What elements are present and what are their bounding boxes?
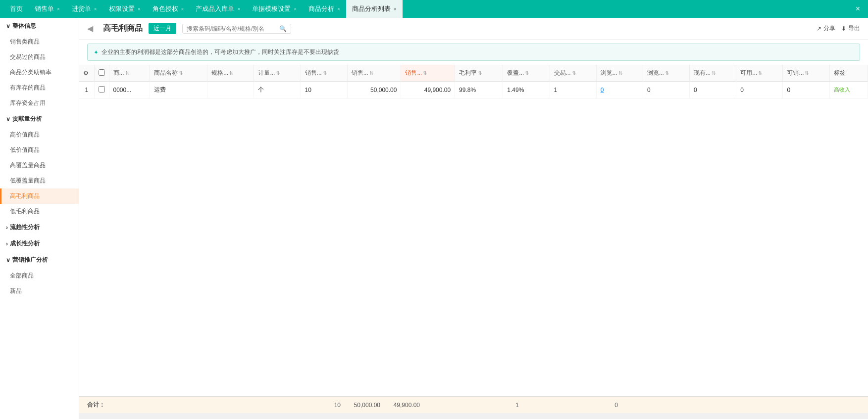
- search-box[interactable]: 🔍: [182, 24, 291, 34]
- col-unit-header[interactable]: 计量... ⇅: [254, 65, 301, 82]
- search-input[interactable]: [187, 25, 279, 32]
- sort-unit-icon[interactable]: ⇅: [276, 70, 280, 76]
- row-select-checkbox[interactable]: [99, 86, 105, 93]
- nav-tab-purchase[interactable]: 进货单 ×: [66, 0, 103, 18]
- sort-saleable-icon[interactable]: ⇅: [805, 70, 809, 76]
- main-layout: ∨ 整体信息 销售类商品 交易过的商品 商品分类助销率 有库存的商品 库存资金占…: [0, 18, 868, 419]
- table-footer: 合计： 10 50,000.00 49,900.00 1 0: [79, 396, 868, 413]
- sort-available-icon[interactable]: ⇅: [758, 70, 762, 76]
- sidebar-item-in-stock-goods[interactable]: 有库存的商品: [0, 80, 79, 95]
- sort-sale-amount-icon[interactable]: ⇅: [369, 70, 373, 76]
- sidebar-group-marketing[interactable]: ∨ 营销推广分析: [0, 252, 79, 268]
- sidebar-item-new-goods[interactable]: 新品: [0, 283, 79, 299]
- data-table: ⚙ 商... ⇅ 商品名称: [79, 65, 868, 98]
- col-sale-qty-header[interactable]: 销售... ⇅: [301, 65, 347, 82]
- sort-sale-qty-icon[interactable]: ⇅: [323, 70, 327, 76]
- sidebar-item-high-value[interactable]: 高价值商品: [0, 127, 79, 142]
- sort-spec-icon[interactable]: ⇅: [229, 70, 233, 76]
- sidebar-group-trend[interactable]: › 流趋性分析: [0, 219, 79, 235]
- close-sales-tab[interactable]: ×: [57, 6, 60, 12]
- footer-sale-profit: 49,900.00: [384, 402, 424, 409]
- sort-stock-icon[interactable]: ⇅: [712, 70, 715, 76]
- row-sale-profit: 49,900.00: [401, 82, 455, 98]
- info-banner: ✦ 企业的主要的利润都是这部分商品创造的，可考虑加大推广，同时关注库存是不要出现…: [87, 44, 860, 61]
- header-actions: ↗ 分享 ⬇ 导出: [817, 24, 860, 33]
- sidebar-item-traded-goods[interactable]: 交易过的商品: [0, 49, 79, 65]
- period-filter-button[interactable]: 近一月: [149, 23, 176, 34]
- sidebar-item-category-assist[interactable]: 商品分类助销率: [0, 65, 79, 80]
- sidebar-group-contribution[interactable]: ∨ 贡献量分析: [0, 111, 79, 127]
- export-button[interactable]: ⬇ 导出: [841, 24, 860, 33]
- sidebar-item-high-coverage[interactable]: 高覆盖量商品: [0, 158, 79, 173]
- nav-tab-product-analysis-list[interactable]: 商品分析列表 ×: [346, 0, 403, 18]
- select-all-checkbox[interactable]: [99, 69, 105, 76]
- sort-code-icon[interactable]: ⇅: [125, 70, 129, 76]
- col-trade-header[interactable]: 交易... ⇅: [550, 65, 596, 82]
- settings-icon[interactable]: ⚙: [83, 70, 89, 77]
- close-all-tabs[interactable]: ×: [852, 2, 864, 15]
- nav-tab-permissions[interactable]: 权限设置 ×: [103, 0, 147, 18]
- col-browse2-header[interactable]: 浏览... ⇅: [643, 65, 689, 82]
- row-gross-margin: 99.8%: [455, 82, 503, 98]
- sidebar-item-stock-capital[interactable]: 库存资金占用: [0, 95, 79, 111]
- col-saleable-header[interactable]: 可销... ⇅: [783, 65, 829, 82]
- sidebar-item-low-margin[interactable]: 低毛利商品: [0, 204, 79, 219]
- col-available-header[interactable]: 可用... ⇅: [736, 65, 783, 82]
- sidebar-group-overall[interactable]: ∨ 整体信息: [0, 18, 79, 34]
- chevron-down-icon-3: ∨: [6, 257, 10, 264]
- page-title: 高毛利商品: [103, 23, 143, 34]
- row-browse1[interactable]: 0: [596, 82, 643, 98]
- close-roles-tab[interactable]: ×: [181, 6, 184, 12]
- close-permissions-tab[interactable]: ×: [138, 6, 141, 12]
- chevron-down-icon: ∨: [6, 23, 10, 30]
- close-product-analysis-tab[interactable]: ×: [337, 6, 340, 12]
- sidebar-group-growth[interactable]: › 成长性分析: [0, 235, 79, 252]
- close-template-settings-tab[interactable]: ×: [294, 6, 297, 12]
- sidebar-item-all-goods[interactable]: 全部商品: [0, 268, 79, 283]
- nav-tab-product-inbound[interactable]: 产成品入库单 ×: [190, 0, 246, 18]
- table-header-row: ⚙ 商... ⇅ 商品名称: [79, 65, 868, 82]
- close-product-analysis-list-tab[interactable]: ×: [394, 6, 397, 12]
- row-stock: 0: [690, 82, 736, 98]
- row-sale-qty: 10: [301, 82, 347, 98]
- sort-coverage-icon[interactable]: ⇅: [525, 70, 529, 76]
- sort-browse1-icon[interactable]: ⇅: [618, 70, 622, 76]
- nav-tab-roles[interactable]: 角色授权 ×: [147, 0, 190, 18]
- col-spec-header[interactable]: 规格... ⇅: [207, 65, 254, 82]
- nav-tab-template-settings[interactable]: 单据模板设置 ×: [246, 0, 303, 18]
- sort-gross-margin-icon[interactable]: ⇅: [478, 70, 482, 76]
- content-header: ◀ 高毛利商品 近一月 🔍 ↗ 分享 ⬇ 导出: [79, 18, 868, 40]
- sort-browse2-icon[interactable]: ⇅: [665, 70, 669, 76]
- col-browse1-header[interactable]: 浏览... ⇅: [596, 65, 643, 82]
- row-checkbox[interactable]: [94, 82, 109, 98]
- search-icon[interactable]: 🔍: [279, 25, 287, 32]
- table-container[interactable]: ⚙ 商... ⇅ 商品名称: [79, 65, 868, 396]
- nav-tab-sales[interactable]: 销售单 ×: [29, 0, 66, 18]
- close-purchase-tab[interactable]: ×: [94, 6, 97, 12]
- col-sale-profit-header[interactable]: 销售... ⇅: [401, 65, 455, 82]
- footer-sale-qty: 10: [305, 402, 345, 409]
- col-gross-margin-header[interactable]: 毛利率 ⇅: [455, 65, 503, 82]
- col-code-header[interactable]: 商... ⇅: [109, 65, 150, 82]
- col-name-header[interactable]: 商品名称 ⇅: [150, 65, 207, 82]
- sort-sale-profit-icon[interactable]: ⇅: [423, 70, 427, 76]
- close-product-inbound-tab[interactable]: ×: [237, 6, 240, 12]
- tag-badge: 高收入: [834, 87, 850, 93]
- sidebar-collapse-button[interactable]: ◀: [87, 24, 93, 33]
- nav-tab-product-analysis[interactable]: 商品分析 ×: [303, 0, 346, 18]
- col-stock-header[interactable]: 现有... ⇅: [690, 65, 736, 82]
- col-sale-amount-header[interactable]: 销售... ⇅: [347, 65, 401, 82]
- nav-tab-home[interactable]: 首页: [4, 0, 29, 18]
- sort-trade-icon[interactable]: ⇅: [572, 70, 576, 76]
- sidebar-item-high-margin[interactable]: 高毛利商品: [0, 188, 79, 204]
- col-coverage-header[interactable]: 覆盖... ⇅: [503, 65, 550, 82]
- sidebar-item-low-coverage[interactable]: 低覆盖量商品: [0, 173, 79, 188]
- share-button[interactable]: ↗ 分享: [817, 24, 835, 33]
- chevron-down-icon-2: ∨: [6, 116, 10, 123]
- sidebar-item-sales-goods[interactable]: 销售类商品: [0, 34, 79, 49]
- sidebar-item-low-value[interactable]: 低价值商品: [0, 142, 79, 158]
- sort-name-icon[interactable]: ⇅: [179, 70, 183, 76]
- col-settings[interactable]: ⚙: [79, 65, 94, 82]
- horizontal-scrollbar[interactable]: [79, 413, 868, 419]
- chevron-right-icon: ›: [6, 224, 8, 231]
